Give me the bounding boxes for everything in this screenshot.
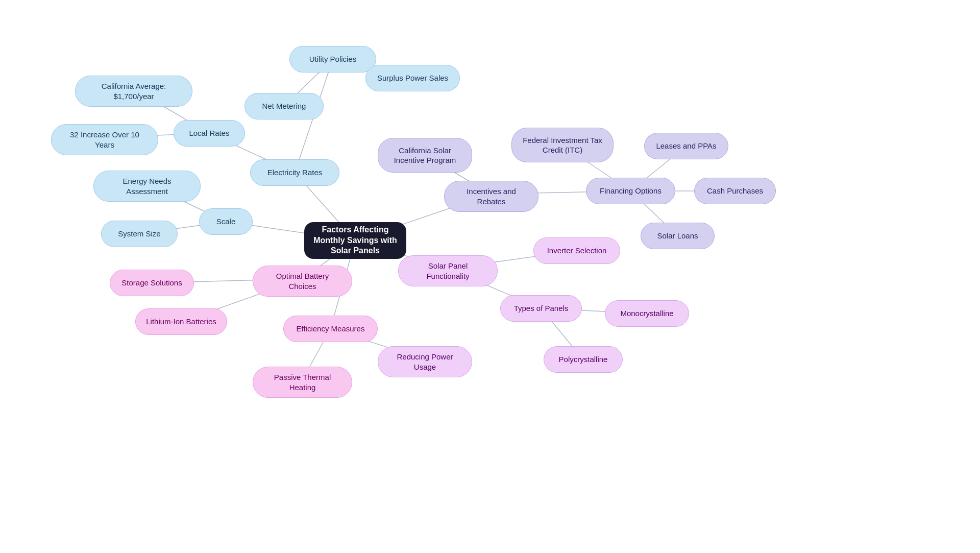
node-efficiency-measures[interactable]: Efficiency Measures <box>283 316 378 342</box>
mindmap-container: Factors Affecting Monthly Savings with S… <box>0 0 980 553</box>
node-passive-thermal[interactable]: Passive Thermal Heating <box>253 367 352 398</box>
node-net-metering[interactable]: Net Metering <box>244 93 324 119</box>
center-node[interactable]: Factors Affecting Monthly Savings with S… <box>304 222 406 259</box>
node-federal-tax[interactable]: Federal Investment Tax Credit (ITC) <box>511 128 614 162</box>
node-local-rates[interactable]: Local Rates <box>174 120 245 147</box>
node-california-average[interactable]: California Average: $1,700/year <box>75 76 192 107</box>
node-energy-needs[interactable]: Energy Needs Assessment <box>93 171 201 202</box>
node-california-solar[interactable]: California Solar Incentive Program <box>378 138 472 173</box>
node-electricity-rates[interactable]: Electricity Rates <box>250 159 339 186</box>
node-solar-loans[interactable]: Solar Loans <box>641 223 715 249</box>
node-lithium-ion[interactable]: Lithium-Ion Batteries <box>135 308 227 335</box>
node-utility-policies[interactable]: Utility Policies <box>289 46 376 73</box>
node-incentives-rebates[interactable]: Incentives and Rebates <box>444 181 538 212</box>
node-leases-ppas[interactable]: Leases and PPAs <box>644 133 728 159</box>
node-storage-solutions[interactable]: Storage Solutions <box>110 270 194 296</box>
node-surplus-power[interactable]: Surplus Power Sales <box>365 65 460 91</box>
node-polycrystalline[interactable]: Polycrystalline <box>544 346 623 373</box>
node-reducing-power[interactable]: Reducing Power Usage <box>378 346 472 377</box>
node-32-increase[interactable]: 32 Increase Over 10 Years <box>51 124 158 155</box>
node-types-panels[interactable]: Types of Panels <box>500 295 582 322</box>
node-monocrystalline[interactable]: Monocrystalline <box>605 300 689 327</box>
node-financing-options[interactable]: Financing Options <box>586 178 675 204</box>
node-cash-purchases[interactable]: Cash Purchases <box>694 178 776 204</box>
node-system-size[interactable]: System Size <box>101 221 178 247</box>
node-scale[interactable]: Scale <box>199 208 253 235</box>
node-solar-panel-func[interactable]: Solar Panel Functionality <box>398 255 498 286</box>
node-inverter-selection[interactable]: Inverter Selection <box>533 237 620 264</box>
node-optimal-battery[interactable]: Optimal Battery Choices <box>253 266 352 297</box>
